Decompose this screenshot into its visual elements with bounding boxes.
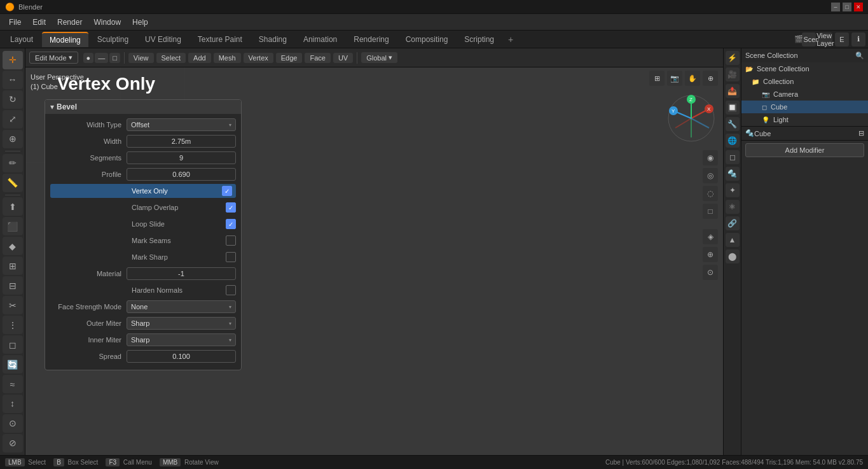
scene-selector[interactable]: 🎬 Scene <box>802 32 816 46</box>
collection-item[interactable]: 📁 Collection <box>741 75 868 88</box>
vertex-only-checkbox[interactable]: ✓ <box>222 186 232 196</box>
tool-bevel[interactable]: ◆ <box>3 237 23 255</box>
material-value[interactable]: -1 <box>127 267 236 280</box>
prop-particles-icon[interactable]: ✦ <box>726 183 740 197</box>
tab-compositing[interactable]: Compositing <box>398 32 456 46</box>
tool-measure[interactable]: 📏 <box>3 174 23 192</box>
edge-menu[interactable]: Edge <box>276 53 303 63</box>
tab-modeling[interactable]: Modeling <box>42 32 88 47</box>
prop-data-icon[interactable]: ▲ <box>726 233 740 247</box>
face-strength-dropdown[interactable]: None ▾ <box>127 300 236 313</box>
profile-value[interactable]: 0.690 <box>127 168 236 181</box>
uv-menu[interactable]: UV <box>333 53 353 63</box>
tab-sculpting[interactable]: Sculpting <box>90 32 136 46</box>
prop-constraints-icon[interactable]: 🔗 <box>726 216 740 230</box>
select-menu[interactable]: Select <box>156 53 186 63</box>
transform-orientation[interactable]: Global ▾ <box>361 52 397 63</box>
mesh-type-edge[interactable]: — <box>95 53 108 63</box>
tab-scripting[interactable]: Scripting <box>457 32 502 46</box>
segments-value[interactable]: 9 <box>127 151 236 164</box>
bevel-header[interactable]: ▾ Bevel <box>45 100 241 114</box>
mesh-menu[interactable]: Mesh <box>214 53 241 63</box>
wireframe-mode-icon[interactable]: □ <box>703 204 718 219</box>
tool-edge-slide[interactable]: ↕ <box>3 395 23 413</box>
prop-physics-icon[interactable]: ⚛ <box>726 200 740 214</box>
cube-item[interactable]: ◻ Cube <box>741 101 868 113</box>
close-button[interactable]: ✕ <box>854 3 863 11</box>
tool-move[interactable]: ↔ <box>3 71 23 89</box>
viewport-zoom-icon[interactable]: ⊕ <box>703 71 718 86</box>
tool-shear[interactable]: ⊘ <box>3 434 23 452</box>
scene-collection-item[interactable]: 📂 Scene Collection <box>741 62 868 75</box>
info-icon[interactable]: ℹ <box>851 32 865 46</box>
tool-inset[interactable]: ⬛ <box>3 217 23 235</box>
menu-file[interactable]: File <box>4 17 26 28</box>
material-preview-icon[interactable]: ◎ <box>703 168 718 183</box>
harden-normals-checkbox[interactable] <box>226 285 236 295</box>
face-menu[interactable]: Face <box>305 53 330 63</box>
tool-loop-cut[interactable]: ⊞ <box>3 256 23 275</box>
add-workspace-button[interactable]: + <box>503 32 518 47</box>
vertex-menu[interactable]: Vertex <box>244 53 273 63</box>
tool-offset-edge[interactable]: ⊟ <box>3 276 23 295</box>
tool-scale[interactable]: ⤢ <box>3 110 23 129</box>
tab-rendering[interactable]: Rendering <box>346 32 396 46</box>
mesh-type-face[interactable]: □ <box>109 53 120 63</box>
tool-extrude[interactable]: ⬆ <box>3 197 23 216</box>
prop-view-layer-icon[interactable]: 🔲 <box>726 101 740 115</box>
tool-shrink[interactable]: ⊙ <box>3 414 23 433</box>
menu-edit[interactable]: Edit <box>27 17 51 28</box>
tab-layout[interactable]: Layout <box>3 32 41 46</box>
viewport-hand-icon[interactable]: ✋ <box>685 71 700 86</box>
tool-transform[interactable]: ⊕ <box>3 130 23 148</box>
menu-render[interactable]: Render <box>52 17 87 28</box>
prop-modifier-icon[interactable]: 🔩 <box>726 167 740 181</box>
render-mode-icon[interactable]: ◉ <box>703 150 718 165</box>
prop-material-icon[interactable]: ⬤ <box>726 249 740 263</box>
overlay-icon[interactable]: ⊕ <box>703 247 718 262</box>
tool-spin[interactable]: 🔄 <box>3 355 23 374</box>
nav-gizmo[interactable]: X Z Y <box>666 93 717 144</box>
loop-slide-checkbox[interactable]: ✓ <box>226 219 236 229</box>
view-menu[interactable]: View <box>128 53 154 63</box>
tool-annotate[interactable]: ✏ <box>3 154 23 172</box>
bevel-collapse-arrow[interactable]: ▾ <box>50 102 54 111</box>
mark-sharp-checkbox[interactable] <box>226 252 236 262</box>
add-modifier-button[interactable]: Add Modifier <box>745 143 864 157</box>
prop-scene-icon[interactable]: ⚡ <box>726 51 740 65</box>
viewport-3d[interactable]: User Perspective (1) Cube Vertex Only ▾ … <box>25 67 723 455</box>
outer-miter-dropdown[interactable]: Sharp ▾ <box>127 317 236 330</box>
light-item[interactable]: 💡 Light <box>741 113 868 126</box>
tool-poly-build[interactable]: ◻ <box>3 335 23 354</box>
clamp-overlap-checkbox[interactable]: ✓ <box>226 202 236 213</box>
viewport-cameras-icon[interactable]: ⊞ <box>649 71 665 86</box>
properties-expand[interactable]: ⊟ <box>858 129 864 137</box>
prop-output-icon[interactable]: 📤 <box>726 84 740 98</box>
prop-scene2-icon[interactable]: 🔧 <box>726 117 740 131</box>
add-menu[interactable]: Add <box>188 53 211 63</box>
view-layer-selector[interactable]: View Layer <box>818 32 832 46</box>
camera-item[interactable]: 📷 Camera <box>741 88 868 101</box>
gizmo-icon[interactable]: ⊙ <box>703 265 718 280</box>
menu-help[interactable]: Help <box>127 17 153 28</box>
width-type-dropdown[interactable]: Offset ▾ <box>127 118 236 131</box>
solid-mode-icon[interactable]: ◌ <box>703 186 718 201</box>
xray-toggle-icon[interactable]: ◈ <box>703 229 718 244</box>
spread-value[interactable]: 0.100 <box>127 350 236 363</box>
tool-knife[interactable]: ✂ <box>3 296 23 314</box>
tool-rotate[interactable]: ↻ <box>3 90 23 109</box>
mesh-type-vertex[interactable]: ● <box>83 53 94 63</box>
prop-object-icon[interactable]: ◻ <box>726 150 740 164</box>
tool-smooth[interactable]: ≈ <box>3 375 23 393</box>
tab-shading[interactable]: Shading <box>251 32 294 46</box>
mode-selector[interactable]: Edit Mode ▾ <box>29 52 78 64</box>
tool-bisect[interactable]: ⋮ <box>3 316 23 334</box>
prop-render-icon[interactable]: 🎥 <box>726 67 740 81</box>
inner-miter-dropdown[interactable]: Sharp ▾ <box>127 333 236 346</box>
width-value[interactable]: 2.75m <box>127 135 236 148</box>
mark-seams-checkbox[interactable] <box>226 235 236 246</box>
tab-animation[interactable]: Animation <box>296 32 345 46</box>
menu-window[interactable]: Window <box>88 17 126 28</box>
render-engine-btn[interactable]: E <box>835 32 849 46</box>
tab-uv-editing[interactable]: UV Editing <box>137 32 189 46</box>
